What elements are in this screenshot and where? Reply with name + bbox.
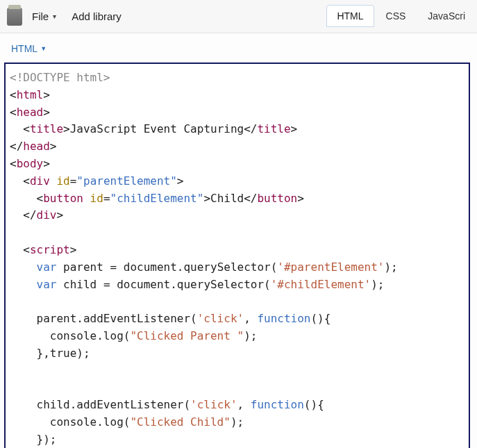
tab-javascript[interactable]: JavaScri bbox=[417, 5, 476, 27]
code-editor[interactable]: <!DOCTYPE html> <html> <head> <title>Jav… bbox=[4, 63, 470, 448]
caret-down-icon: ▼ bbox=[40, 45, 47, 52]
add-library-button[interactable]: Add library bbox=[72, 10, 122, 22]
top-toolbar: File ▾ Add library HTML CSS JavaScri bbox=[0, 0, 477, 33]
language-tabs: HTML CSS JavaScri bbox=[326, 5, 477, 27]
file-menu-label: File bbox=[32, 10, 49, 22]
tab-css[interactable]: CSS bbox=[376, 5, 417, 27]
file-menu[interactable]: File ▾ bbox=[32, 10, 56, 22]
panel-type-label: HTML bbox=[11, 43, 37, 54]
caret-down-icon: ▾ bbox=[53, 13, 56, 20]
code-doctype: <!DOCTYPE html> bbox=[10, 71, 110, 84]
panel-subbar: HTML ▼ bbox=[0, 33, 477, 60]
tab-html[interactable]: HTML bbox=[326, 5, 374, 27]
jsbin-logo-icon[interactable] bbox=[7, 8, 22, 26]
panel-type-dropdown[interactable]: HTML ▼ bbox=[11, 43, 466, 54]
